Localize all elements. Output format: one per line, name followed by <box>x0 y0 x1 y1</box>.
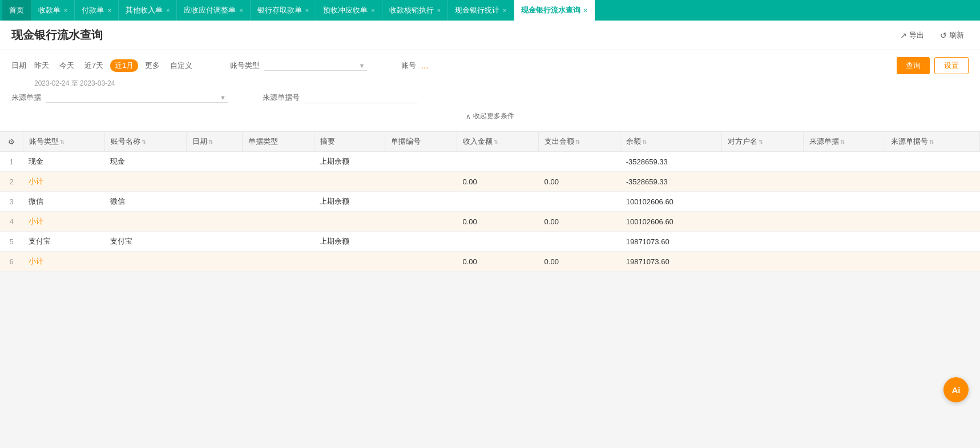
cell-date <box>186 172 242 192</box>
close-icon[interactable]: × <box>64 7 67 14</box>
export-button[interactable]: ↗ 导出 <box>896 28 929 43</box>
data-table: ⚙ 账号类型⇅ 账号名称⇅ 日期⇅ 单据类型 摘要 单据编号 <box>0 132 980 272</box>
cell-doc-type <box>243 152 314 172</box>
cell-doc-type <box>243 252 314 272</box>
sort-icon[interactable]: ⇅ <box>840 139 845 145</box>
col-source-doc: 来源单据⇅ <box>804 132 885 152</box>
date-btn-custom[interactable]: 自定义 <box>167 59 196 72</box>
cell-income: 0.00 <box>457 252 538 272</box>
date-btn-7days[interactable]: 近7天 <box>81 59 107 72</box>
top-nav: 首页 收款单 × 付款单 × 其他收入单 × 应收应付调整单 × 银行存取款单 … <box>0 0 980 21</box>
collapse-icon: ∧ <box>466 112 471 120</box>
cell-expense: 0.00 <box>539 212 620 232</box>
nav-tab-other-income[interactable]: 其他收入单 × <box>119 0 177 21</box>
filter-row-1: 日期 昨天 今天 近7天 近1月 更多 自定义 账号类型 ▼ 账号 ... <box>11 57 969 74</box>
sort-icon[interactable]: ⇅ <box>494 139 498 145</box>
query-button[interactable]: 查询 <box>897 57 930 74</box>
col-doc-type: 单据类型 <box>243 132 314 152</box>
account-filter: 账号 ... <box>401 60 430 71</box>
sort-icon[interactable]: ⇅ <box>642 139 647 145</box>
source-doc-no-label: 来源单据号 <box>263 92 300 103</box>
sort-icon[interactable]: ⇅ <box>142 139 146 145</box>
col-balance: 余额⇅ <box>620 132 722 152</box>
nav-tab-prepay-offset[interactable]: 预收冲应收单 × <box>316 0 382 21</box>
cell-account-type: 支付宝 <box>23 232 104 252</box>
cell-counterparty <box>722 192 804 212</box>
cell-summary <box>314 212 385 232</box>
close-icon[interactable]: × <box>437 7 441 14</box>
cell-account-type: 小计 <box>23 172 104 192</box>
cell-num: 2 <box>0 172 23 192</box>
nav-tab-ar-ap-adjust[interactable]: 应收应付调整单 × <box>177 0 250 21</box>
source-doc-select[interactable]: ▼ <box>46 93 228 103</box>
nav-tab-bank-deposit[interactable]: 银行存取款单 × <box>251 0 316 21</box>
account-type-select[interactable]: ▼ <box>264 61 367 71</box>
cell-doc-no <box>385 172 457 192</box>
cell-counterparty <box>722 212 804 232</box>
close-icon[interactable]: × <box>371 7 374 14</box>
cell-expense <box>539 152 620 172</box>
settings-button[interactable]: 设置 <box>934 57 969 74</box>
date-range-text: 2023-02-24 至 2023-03-24 <box>34 79 115 87</box>
cell-source-doc-no <box>885 192 980 212</box>
col-gear: ⚙ <box>0 132 23 152</box>
date-btn-more[interactable]: 更多 <box>142 59 163 72</box>
sort-icon[interactable]: ⇅ <box>575 139 580 145</box>
sort-icon[interactable]: ⇅ <box>929 139 934 145</box>
sort-icon[interactable]: ⇅ <box>60 139 64 145</box>
gear-icon[interactable]: ⚙ <box>8 138 15 146</box>
date-btn-today[interactable]: 今天 <box>56 59 78 72</box>
cell-counterparty <box>722 172 804 192</box>
cell-expense <box>539 232 620 252</box>
account-dots-button[interactable]: ... <box>421 60 428 71</box>
nav-tab-cash-stats[interactable]: 现金银行统计 × <box>448 0 514 21</box>
cell-counterparty <box>722 232 804 252</box>
nav-tab-receipts[interactable]: 收款单 × <box>31 0 75 21</box>
cell-source-doc <box>804 212 885 232</box>
sort-icon[interactable]: ⇅ <box>759 139 763 145</box>
nav-tab-payments[interactable]: 付款单 × <box>75 0 118 21</box>
cell-source-doc-no <box>885 152 980 172</box>
date-btn-1month[interactable]: 近1月 <box>110 59 138 72</box>
close-icon[interactable]: × <box>305 7 309 14</box>
col-source-doc-no: 来源单据号⇅ <box>885 132 980 152</box>
close-icon[interactable]: × <box>503 7 506 14</box>
cell-expense: 0.00 <box>539 252 620 272</box>
source-doc-label: 来源单据 <box>11 92 41 103</box>
filter-row-2: 来源单据 ▼ 来源单据号 <box>11 92 969 103</box>
nav-tab-receipt-verify[interactable]: 收款核销执行 × <box>382 0 448 21</box>
filter-area: 日期 昨天 今天 近7天 近1月 更多 自定义 账号类型 ▼ 账号 ... <box>0 50 980 132</box>
cell-balance: -3528659.33 <box>620 172 722 192</box>
cell-doc-type <box>243 232 314 252</box>
cell-balance: -3528659.33 <box>620 152 722 172</box>
close-icon[interactable]: × <box>166 7 170 14</box>
cell-num: 1 <box>0 152 23 172</box>
close-icon[interactable]: × <box>107 7 111 14</box>
cell-counterparty <box>722 152 804 172</box>
cell-expense: 0.00 <box>539 172 620 192</box>
cell-income: 0.00 <box>457 212 538 232</box>
cell-source-doc <box>804 152 885 172</box>
date-btn-yesterday[interactable]: 昨天 <box>31 59 53 72</box>
refresh-button[interactable]: ↺ 刷新 <box>935 28 969 43</box>
cell-doc-type <box>243 192 314 212</box>
action-buttons: 查询 设置 <box>897 57 969 74</box>
source-doc-no-input[interactable] <box>304 92 418 103</box>
cell-date <box>186 192 242 212</box>
date-label: 日期 <box>11 60 26 71</box>
table-row: 6小计0.000.0019871073.60 <box>0 252 980 272</box>
cell-doc-no <box>385 232 457 252</box>
close-icon[interactable]: × <box>584 7 587 14</box>
close-icon[interactable]: × <box>239 7 243 14</box>
cell-summary: 上期余额 <box>314 192 385 212</box>
nav-tab-cash-flow[interactable]: 现金银行流水查询 × <box>514 0 595 21</box>
sort-icon[interactable]: ⇅ <box>208 139 213 145</box>
cell-account-type: 现金 <box>23 152 104 172</box>
cell-income <box>457 232 538 252</box>
table-container: ⚙ 账号类型⇅ 账号名称⇅ 日期⇅ 单据类型 摘要 单据编号 <box>0 132 980 272</box>
collapse-bar[interactable]: ∧ 收起更多条件 <box>11 108 969 124</box>
nav-tab-home[interactable]: 首页 <box>2 0 31 21</box>
col-account-name: 账号名称⇅ <box>104 132 186 152</box>
cell-doc-no <box>385 192 457 212</box>
cell-doc-no <box>385 252 457 272</box>
